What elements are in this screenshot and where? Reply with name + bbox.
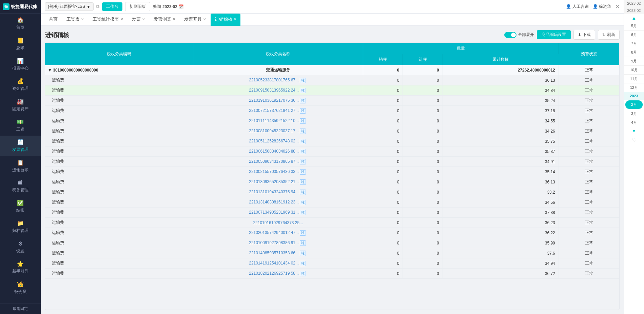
- table-row[interactable]: 运输费 221013140308161912 23... 吨 0 0 34.56…: [45, 197, 619, 208]
- month-5[interactable]: 5月: [624, 22, 644, 31]
- table-row[interactable]: 运输费 221013101943240375 94... 吨 0 0 33.2 …: [45, 187, 619, 197]
- table-row[interactable]: 运输费 221007215737621941 27... 吨 0 0 37.18…: [45, 106, 619, 116]
- row-sale: 0: [363, 187, 403, 197]
- row-purchase: 0: [403, 187, 443, 197]
- download-button[interactable]: ⬇ 下载: [573, 30, 595, 40]
- unpin-button[interactable]: 取消固定: [0, 303, 41, 314]
- tab-invoice-calc-close[interactable]: ✕: [173, 17, 175, 21]
- month-7[interactable]: 7月: [624, 39, 644, 48]
- sidebar-item-home[interactable]: 🏠 首页: [0, 14, 41, 34]
- table-row[interactable]: 运输费 221007134905231969 31... 吨 0 0 37.38…: [45, 208, 619, 218]
- tab-salary-table-close[interactable]: ✕: [81, 17, 84, 21]
- month-10[interactable]: 10月: [624, 66, 644, 75]
- tab-salary-table[interactable]: 工资表 ✕: [62, 14, 88, 26]
- table-row[interactable]: 运输费 221018202126925719 58... 吨 0 0 36.72…: [45, 269, 619, 279]
- month-9[interactable]: 9月: [624, 57, 644, 66]
- month-6[interactable]: 6月: [624, 31, 644, 39]
- row-cumulative: 36.13: [443, 75, 559, 85]
- row-sale: 0: [363, 238, 403, 248]
- company-dropdown-icon: ▼: [86, 4, 91, 9]
- table-row[interactable]: 运输费 221013093652085352 21... 吨 0 0 36.13…: [45, 177, 619, 187]
- table-row[interactable]: 运输费 221019161029764373 25... 0 0 36.23 正…: [45, 218, 619, 228]
- table-row[interactable]: 运输费 221008100945323037 17... 吨 0 0 34.26…: [45, 126, 619, 136]
- tab-invoice[interactable]: 发票 ✕: [128, 14, 149, 26]
- row-cumulative: 37.38: [443, 208, 559, 218]
- row-status: 正常: [559, 65, 619, 75]
- tab-invoice-issue-close[interactable]: ✕: [203, 17, 206, 21]
- year-2023-label-1[interactable]: 2023.02: [624, 0, 644, 7]
- table-row[interactable]: 运输费 221005112528266748 02... 吨 0 0 35.75…: [45, 136, 619, 146]
- close-window-button[interactable]: ✕: [615, 3, 620, 10]
- expand-toggle[interactable]: [504, 32, 516, 38]
- sidebar-item-salary[interactable]: 💵 工资: [0, 115, 41, 136]
- tab-salary-report-close[interactable]: ✕: [120, 17, 123, 21]
- table-row[interactable]: 运输费 221019103619217075 36... 吨 0 0 35.24…: [45, 96, 619, 106]
- tab-sales-audit[interactable]: 进销稽核 ✕: [211, 14, 240, 26]
- sidebar-item-tax[interactable]: 🏛 税务管理: [0, 176, 41, 196]
- sidebar-item-settings[interactable]: ⚙ 设置: [0, 237, 41, 257]
- table-row[interactable]: 运输费 221020135742940012 47... 吨 0 0 36.22…: [45, 228, 619, 238]
- calendar-icon[interactable]: 📅: [179, 4, 184, 9]
- tab-sales-audit-label: 进销稽核: [215, 16, 232, 22]
- row-purchase: 0: [403, 126, 443, 136]
- refresh-button[interactable]: ↻ 刷新: [598, 30, 620, 40]
- sidebar-item-assets[interactable]: 🏭 固定资产: [0, 95, 41, 115]
- tab-invoice-close[interactable]: ✕: [142, 17, 145, 21]
- row-code: 221020135742940012 47... 吨: [193, 228, 363, 238]
- tab-home[interactable]: 首页: [45, 14, 62, 26]
- table-row[interactable]: 运输费 221002155703576436 33... 吨 0 0 35.14…: [45, 167, 619, 177]
- month-8[interactable]: 8月: [624, 48, 644, 57]
- sidebar-item-archive[interactable]: 📁 归档管理: [0, 217, 41, 237]
- unpin-label: 取消固定: [13, 307, 28, 311]
- current-month[interactable]: 2月: [625, 100, 643, 109]
- sidebar-item-invoice-label: 发票管理: [12, 147, 28, 153]
- sidebar-item-home-label: 首页: [16, 25, 24, 31]
- panel-arrow-down[interactable]: ▼: [624, 127, 644, 135]
- copy-icon[interactable]: ⧉: [96, 4, 99, 9]
- switch-version-button[interactable]: 切到旧版: [125, 2, 150, 11]
- th-purchase: 进项: [403, 54, 443, 65]
- sidebar-item-member[interactable]: 👑 畅会员: [0, 278, 41, 298]
- year-2023-label-2[interactable]: 2023.02: [624, 7, 644, 14]
- th-cumulative: 累计数额: [443, 54, 559, 65]
- tab-invoice-issue[interactable]: 发票开具 ✕: [180, 14, 210, 26]
- table-row[interactable]: 运输费 221005233817801765 67... 吨 0 0 36.13…: [45, 75, 619, 85]
- sidebar-item-funds[interactable]: 💰 资金管理: [0, 75, 41, 95]
- sidebar-item-guide[interactable]: 🌟 新手引导: [0, 257, 41, 278]
- sidebar-item-ledger[interactable]: 📒 总账: [0, 34, 41, 54]
- app-logo: 畅 畅捷通易代账: [0, 0, 41, 14]
- table-row[interactable]: 运输费 221009150313965922 24... 吨 0 0 34.84…: [45, 85, 619, 96]
- row-name: 运输费: [45, 269, 193, 279]
- month-11[interactable]: 11月: [624, 75, 644, 83]
- row-name: 运输费: [45, 96, 193, 106]
- month-12[interactable]: 12月: [624, 83, 644, 92]
- user-avatar[interactable]: 👤 徐涟华: [593, 4, 611, 9]
- support-button[interactable]: 👤 人工咨询: [566, 4, 588, 9]
- sidebar-item-close[interactable]: ✅ 结账: [0, 196, 41, 217]
- panel-arrow-up[interactable]: ▲: [624, 14, 644, 22]
- sidebar-item-archive-label: 归档管理: [12, 228, 28, 234]
- table-row[interactable]: 运输费 221014191254101434 02... 吨 0 0 34.94…: [45, 258, 619, 269]
- table-row[interactable]: 运输费 221011111435921522 10... 吨 0 0 34.55…: [45, 116, 619, 126]
- month-4[interactable]: 4月: [624, 118, 644, 127]
- table-row[interactable]: 运输费 221014085935710353 66... 吨 0 0 37.6 …: [45, 248, 619, 258]
- table-row[interactable]: 运输费 221006150834034026 88... 吨 0 0 35.37…: [45, 146, 619, 157]
- row-name: 运输费: [45, 75, 193, 85]
- product-code-settings-button[interactable]: 商品编码设置: [537, 30, 571, 39]
- tab-sales-audit-close[interactable]: ✕: [234, 17, 236, 21]
- sidebar-item-reports[interactable]: 📊 报表中心: [0, 54, 41, 75]
- sidebar-item-invoice[interactable]: 🧾 发票管理: [0, 136, 41, 156]
- workbench-button[interactable]: 工作台: [102, 2, 122, 11]
- row-name: 运输费: [45, 116, 193, 126]
- tab-invoice-calc[interactable]: 发票测算 ✕: [150, 14, 179, 26]
- row-cumulative: 37.6: [443, 248, 559, 258]
- sidebar-item-sales-ledger[interactable]: 📋 进销台账: [0, 156, 41, 176]
- table-row[interactable]: 运输费 221005090343170865 87... 吨 0 0 34.91…: [45, 157, 619, 167]
- tab-salary-report[interactable]: 工资统计报表 ✕: [89, 14, 127, 26]
- table-row[interactable]: ▼ 30100000000000000000 交通运输服务 0 0 27262.…: [45, 65, 619, 75]
- month-3[interactable]: 3月: [624, 110, 644, 118]
- row-status: 正常: [559, 218, 619, 228]
- row-code: 221013140308161912 23... 吨: [193, 197, 363, 208]
- company-selector[interactable]: (勾稽) 江西报宝-LSS ▼: [45, 2, 94, 11]
- table-row[interactable]: 运输费 221010091927898386 91... 吨 0 0 35.99…: [45, 238, 619, 248]
